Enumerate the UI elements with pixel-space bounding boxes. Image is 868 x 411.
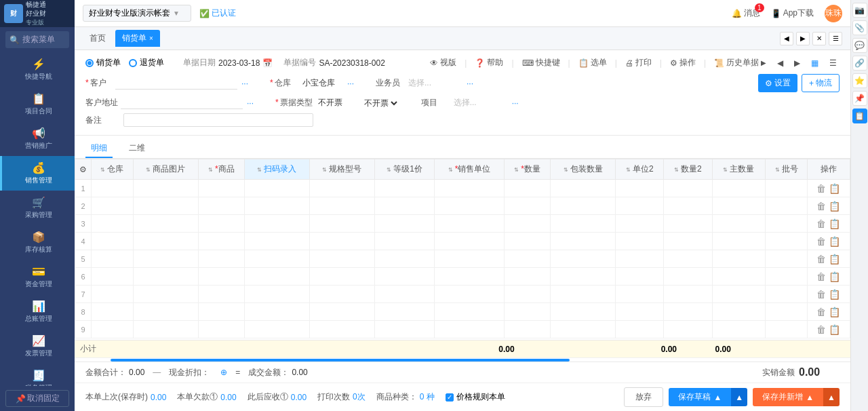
- th-price[interactable]: ⇅ 等级1价: [374, 159, 434, 180]
- table-cell[interactable]: [712, 215, 766, 233]
- table-cell[interactable]: [551, 180, 616, 197]
- select-order-button[interactable]: 📋 选单: [576, 56, 610, 70]
- table-cell[interactable]: [551, 268, 616, 286]
- table-cell[interactable]: [92, 250, 134, 268]
- table-cell[interactable]: [766, 268, 808, 286]
- sidebar-item-purchase[interactable]: 🛒 采购管理: [0, 191, 75, 225]
- delete-icon[interactable]: 🗑: [816, 201, 826, 212]
- copy-icon[interactable]: 📋: [829, 236, 840, 247]
- table-cell[interactable]: [712, 321, 766, 338]
- save-new-button[interactable]: 保存并新增 ▲: [753, 388, 823, 406]
- table-cell[interactable]: [766, 303, 808, 321]
- salesperson-placeholder[interactable]: 选择...: [408, 77, 462, 89]
- th-warehouse[interactable]: ⇅ 仓库: [92, 159, 134, 180]
- rp-btn-active[interactable]: 📋: [852, 109, 867, 123]
- sidebar-item-reports[interactable]: 📈 发票管理: [0, 329, 75, 364]
- table-cell[interactable]: [616, 250, 664, 268]
- table-cell[interactable]: [616, 321, 664, 338]
- view-button[interactable]: 👁 视版: [427, 56, 459, 70]
- table-cell[interactable]: [133, 303, 198, 321]
- table-cell[interactable]: [133, 250, 198, 268]
- address-input[interactable]: [121, 96, 243, 109]
- table-cell[interactable]: [198, 321, 244, 338]
- notification-button[interactable]: 🔔 消息 1: [732, 7, 760, 19]
- invoice-dropdown[interactable]: 不开票: [361, 98, 399, 109]
- th-qty[interactable]: ⇅ *数量: [504, 159, 550, 180]
- table-cell[interactable]: [766, 250, 808, 268]
- logistics-button[interactable]: + 物流: [802, 74, 840, 92]
- table-cell[interactable]: [504, 233, 550, 250]
- table-cell[interactable]: [551, 233, 616, 250]
- table-cell[interactable]: [712, 250, 766, 268]
- save-draft-button[interactable]: 保存草稿 ▲: [669, 388, 731, 406]
- table-cell[interactable]: [712, 233, 766, 250]
- table-cell[interactable]: [309, 321, 374, 338]
- sidebar-item-marketing[interactable]: 📢 营销推广: [0, 121, 75, 156]
- nav-right-button[interactable]: ▶: [791, 57, 803, 69]
- delete-icon[interactable]: 🗑: [816, 218, 826, 229]
- tab-close-all-button[interactable]: ✕: [812, 32, 826, 45]
- table-cell[interactable]: [664, 197, 712, 215]
- rp-btn-6[interactable]: 📌: [852, 91, 867, 106]
- customer-dots[interactable]: ···: [241, 79, 248, 88]
- table-cell[interactable]: [309, 215, 374, 233]
- table-cell[interactable]: [616, 286, 664, 303]
- print-button[interactable]: 🖨 打印: [623, 56, 654, 70]
- tab-two-dim[interactable]: 二维: [123, 140, 151, 158]
- table-cell[interactable]: [766, 321, 808, 338]
- th-spec[interactable]: ⇅ 规格型号: [309, 159, 374, 180]
- copy-icon[interactable]: 📋: [829, 218, 840, 229]
- table-cell[interactable]: [244, 303, 309, 321]
- table-cell[interactable]: [309, 303, 374, 321]
- horizontal-scrollbar[interactable]: [111, 359, 570, 361]
- rp-btn-1[interactable]: 📷: [852, 3, 867, 18]
- table-cell[interactable]: [309, 268, 374, 286]
- table-cell[interactable]: [664, 268, 712, 286]
- user-avatar[interactable]: 珠珠: [825, 5, 842, 22]
- table-cell[interactable]: [766, 215, 808, 233]
- table-cell[interactable]: [309, 233, 374, 250]
- table-cell[interactable]: [92, 321, 134, 338]
- table-cell[interactable]: [551, 215, 616, 233]
- table-cell[interactable]: [374, 215, 434, 233]
- delete-icon[interactable]: 🗑: [816, 183, 826, 194]
- th-main-qty[interactable]: ⇅ 主数量: [712, 159, 766, 180]
- table-cell[interactable]: [198, 233, 244, 250]
- search-menu-button[interactable]: 🔍 搜索菜单: [5, 31, 69, 48]
- app-download-button[interactable]: 📱 App下载: [771, 7, 814, 19]
- delete-icon[interactable]: 🗑: [816, 289, 826, 300]
- table-cell[interactable]: [712, 180, 766, 197]
- price-rule-checkbox[interactable]: ✓ 价格规则本单: [446, 391, 505, 403]
- table-cell[interactable]: [374, 197, 434, 215]
- table-cell[interactable]: [616, 197, 664, 215]
- copy-icon[interactable]: 📋: [829, 254, 840, 265]
- project-dots[interactable]: ···: [512, 98, 519, 108]
- table-cell[interactable]: [244, 197, 309, 215]
- copy-icon[interactable]: 📋: [829, 307, 840, 317]
- table-cell[interactable]: [244, 268, 309, 286]
- calendar-icon[interactable]: 📅: [262, 58, 273, 68]
- table-cell[interactable]: [551, 286, 616, 303]
- table-cell[interactable]: [766, 197, 808, 215]
- table-cell[interactable]: [616, 233, 664, 250]
- table-cell[interactable]: [92, 233, 134, 250]
- table-cell[interactable]: [435, 197, 505, 215]
- table-cell[interactable]: [92, 286, 134, 303]
- table-cell[interactable]: [244, 180, 309, 197]
- table-cell[interactable]: [766, 233, 808, 250]
- table-cell[interactable]: [664, 180, 712, 197]
- table-cell[interactable]: [374, 321, 434, 338]
- tab-detail[interactable]: 明细: [85, 140, 113, 158]
- table-cell[interactable]: [198, 197, 244, 215]
- table-cell[interactable]: [551, 321, 616, 338]
- sidebar-item-sales[interactable]: 💰 销售管理: [0, 156, 75, 191]
- table-cell[interactable]: [551, 197, 616, 215]
- table-cell[interactable]: [374, 233, 434, 250]
- table-cell[interactable]: [309, 180, 374, 197]
- table-cell[interactable]: [435, 321, 505, 338]
- table-cell[interactable]: [435, 180, 505, 197]
- table-cell[interactable]: [92, 303, 134, 321]
- ops-button[interactable]: ⚙ 操作: [667, 56, 698, 70]
- table-cell[interactable]: [133, 268, 198, 286]
- table-cell[interactable]: [504, 250, 550, 268]
